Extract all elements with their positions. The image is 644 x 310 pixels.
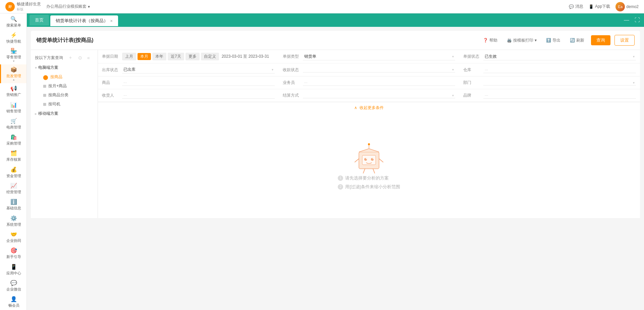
sidebar-item-guide[interactable]: 🎯 新手引导 [0, 245, 26, 261]
page-content: 销货单统计计表(按商品) ❓ 帮助 🖨️ 按模板打印 ▾ ⬆️ 导出 [27, 27, 644, 310]
logo-icon: 好 [5, 2, 15, 11]
message-action[interactable]: 💬 消息 [569, 4, 583, 9]
sidebar-item-marketing[interactable]: 📢 营销推广 [0, 83, 26, 99]
sidebar-item-basics[interactable]: ℹ️ 基础信息 [0, 197, 26, 213]
salesman-control[interactable]: ··· [303, 80, 455, 86]
sidebar-item-appstore[interactable]: 📱 应用中心 [0, 261, 26, 277]
print-icon: 🖨️ [507, 38, 512, 43]
appstore-icon: 📱 [10, 264, 17, 270]
category-icon: ▦ [43, 93, 46, 97]
user-action[interactable]: Ea demo2 [615, 2, 639, 11]
brand-control[interactable]: ··· [483, 92, 636, 99]
sidebar-item-collab[interactable]: 🤝 企业协同 [0, 229, 26, 245]
filter-cell-brand: 品牌 ··· [459, 89, 640, 102]
date-btn-more[interactable]: 更多 [185, 53, 200, 60]
tab-close-icon[interactable]: ✕ [110, 19, 113, 23]
wholesale-arrow-icon: ▲ [12, 78, 15, 81]
app-download-action[interactable]: 📱 App下载 [589, 4, 610, 9]
settle-control[interactable]: ▾ [303, 93, 455, 98]
scheme-group-mobile[interactable]: ▸ 移动端方案 [31, 109, 98, 118]
status-control[interactable]: 已生效 ▾ [483, 53, 636, 60]
filter-cell-dept: 部门 ▾ [459, 76, 640, 89]
collection-label: 收款状态 [283, 67, 303, 73]
tab-home[interactable]: 首页 [30, 15, 49, 25]
help-button[interactable]: ❓ 帮助 [480, 36, 500, 45]
scheme-collapse-icon[interactable]: « [87, 55, 90, 60]
retail-icon: 🏪 [10, 48, 17, 54]
filter-cell-storage: 仓库 ··· [459, 63, 640, 76]
dept-control[interactable]: ▾ [483, 80, 636, 86]
template-print-button[interactable]: 🖨️ 按模板打印 ▾ [504, 36, 539, 45]
tab-minimize-icon[interactable]: — [623, 16, 631, 24]
sidebar-item-system[interactable]: ⚙️ 系统管理 [0, 213, 26, 229]
sidebar-item-member[interactable]: 👤 畅会员 [0, 294, 26, 310]
scheme-sub-item-driver[interactable]: ▦ 按司机 [39, 100, 98, 109]
storage-label: 仓库 [463, 67, 483, 73]
sidebar-item-search[interactable]: 🔍 搜索菜单 [0, 13, 26, 30]
tip-num-1: 1 [338, 175, 343, 181]
collection-control[interactable]: ▾ [303, 67, 455, 72]
collection-dropdown-icon: ▾ [452, 68, 454, 71]
sidebar-item-ecommerce[interactable]: 🛒 电商管理 [0, 115, 26, 132]
scheme-add-icon[interactable]: ＋ [68, 55, 73, 61]
sidebar: 🔍 搜索菜单 ⚡ 快捷导航 🏪 零售管理 ▼ 📦 批发管理 ▲ 📢 营销推广 📊… [0, 13, 27, 310]
date-label: 单据日期 [102, 54, 122, 59]
scheme-sub-item-goods[interactable]: ⬤ 按商品 [39, 72, 98, 82]
scheme-settings-icon[interactable]: ⊙ [78, 55, 82, 60]
sidebar-item-inventory[interactable]: 🗂️ 库存核算 [0, 148, 26, 164]
filter-cell-date: 单据日期 上月 本月 本年 近7天 更多 自定义 2023-03-01 至 20… [98, 50, 279, 63]
sidebar-item-operations[interactable]: 📈 经营管理 [0, 180, 26, 197]
date-btn-this-month[interactable]: 本月 [138, 53, 151, 60]
filter-row-3: 商品 ··· 业务员 ··· 部门 [98, 76, 640, 89]
salesman-label: 业务员 [283, 80, 303, 86]
filter-cell-receiver: 收货人 ··· [98, 89, 279, 102]
query-button[interactable]: 查询 [591, 35, 610, 45]
scheme-group-desktop[interactable]: ▾ 电脑端方案 [31, 63, 98, 72]
receiver-control[interactable]: ··· [122, 92, 275, 99]
tab-sales-stat[interactable]: 销货单统计计表（按商品） ✕ [50, 15, 118, 26]
main-body: 按以下方案查询 ＋ ⊙ « ▾ 电脑端方案 ⬤ 按商品 [31, 50, 640, 218]
sidebar-item-retail[interactable]: 🏪 零售管理 ▼ [0, 46, 26, 65]
export-button[interactable]: ⬆️ 导出 [543, 36, 563, 45]
date-btn-this-year[interactable]: 本年 [152, 53, 166, 60]
page-actions: ❓ 帮助 🖨️ 按模板打印 ▾ ⬆️ 导出 🔄 刷新 [480, 35, 635, 46]
outbound-label: 出库状态 [102, 67, 122, 73]
driver-icon: ▦ [43, 102, 46, 106]
sidebar-item-sales[interactable]: 📊 销售管理 [0, 99, 26, 115]
scheme-sub-item-category[interactable]: ▦ 按商品分类 [39, 91, 98, 100]
status-dropdown-icon: ▾ [633, 55, 635, 58]
search-icon: 🔍 [10, 16, 17, 22]
svg-line-8 [355, 159, 359, 162]
goods-control[interactable]: ··· [122, 80, 275, 86]
collapse-bar[interactable]: ∧ 收起更多条件 [98, 102, 640, 113]
refresh-button[interactable]: 🔄 刷新 [567, 36, 587, 45]
retail-arrow-icon: ▼ [12, 60, 15, 63]
filter-row-1: 单据日期 上月 本月 本年 近7天 更多 自定义 2023-03-01 至 20… [98, 50, 640, 63]
scheme-panel-header: 按以下方案查询 ＋ ⊙ « [31, 53, 98, 63]
scheme-sub-item-month-goods[interactable]: ▦ 按月+商品 [39, 82, 98, 91]
settings-button[interactable]: 设置 [614, 35, 635, 46]
sidebar-item-finance[interactable]: 💰 资金管理 [0, 164, 26, 180]
mobile-expand-icon: ▸ [35, 111, 37, 116]
sidebar-item-wholesale[interactable]: 📦 批发管理 ▲ [0, 64, 26, 83]
receiver-label: 收货人 [102, 93, 122, 98]
date-btn-custom[interactable]: 自定义 [201, 53, 219, 60]
storage-control[interactable]: ··· [483, 67, 636, 73]
sidebar-item-purchase[interactable]: 🛍️ 采购管理 [0, 132, 26, 148]
empty-tips: 1 请先选择要分析的方案 2 用[过滤]条件来缩小分析范围 [338, 174, 400, 191]
filter-cell-salesman: 业务员 ··· [279, 76, 460, 89]
date-btn-last-month[interactable]: 上月 [122, 53, 136, 60]
date-btn-7days[interactable]: 近7天 [168, 53, 184, 60]
avatar: Ea [615, 2, 625, 11]
sidebar-item-wechat[interactable]: 💬 企业微信 [0, 277, 26, 294]
scheme-sub-desktop: ⬤ 按商品 ▦ 按月+商品 ▦ 按商品分类 ▦ [31, 72, 98, 109]
workspace-selector[interactable]: 办公用品行业模拟账套 ▾ [46, 4, 90, 9]
tab-maximize-icon[interactable]: ⛶ [633, 16, 641, 24]
svg-line-9 [379, 159, 383, 162]
page-header: 销货单统计计表(按商品) ❓ 帮助 🖨️ 按模板打印 ▾ ⬆️ 导出 [31, 31, 640, 50]
outbound-control[interactable]: 已出库 ▾ [122, 66, 275, 73]
tip-num-2: 2 [338, 184, 343, 190]
export-icon: ⬆️ [546, 38, 551, 43]
type-control[interactable]: 销货单 ▾ [303, 53, 455, 60]
sidebar-item-quick-nav[interactable]: ⚡ 快捷导航 [0, 30, 26, 46]
